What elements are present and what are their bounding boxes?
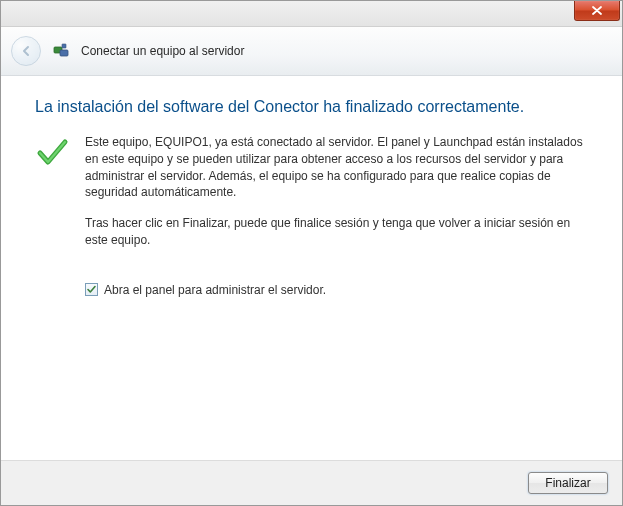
checkmark-icon — [86, 284, 97, 295]
titlebar — [1, 1, 622, 27]
finish-button[interactable]: Finalizar — [528, 472, 608, 494]
success-check-icon — [35, 136, 69, 170]
close-button[interactable] — [574, 1, 620, 21]
close-icon — [592, 6, 602, 15]
connector-icon — [51, 41, 71, 61]
open-dashboard-checkbox[interactable] — [85, 283, 98, 296]
paragraph-1: Este equipo, EQUIPO1, ya está conectado … — [85, 134, 588, 201]
wizard-footer: Finalizar — [1, 460, 622, 505]
back-button[interactable] — [11, 36, 41, 66]
checkbox-label: Abra el panel para administrar el servid… — [104, 283, 326, 297]
wizard-header: Conectar un equipo al servidor — [1, 27, 622, 76]
page-heading: La instalación del software del Conector… — [35, 98, 588, 116]
body-text: Este equipo, EQUIPO1, ya está conectado … — [85, 134, 588, 263]
content-area: La instalación del software del Conector… — [1, 76, 622, 297]
header-title: Conectar un equipo al servidor — [81, 44, 244, 58]
back-arrow-icon — [19, 44, 33, 58]
paragraph-2: Tras hacer clic en Finalizar, puede que … — [85, 215, 588, 249]
svg-rect-1 — [60, 50, 68, 56]
svg-rect-2 — [62, 44, 66, 48]
